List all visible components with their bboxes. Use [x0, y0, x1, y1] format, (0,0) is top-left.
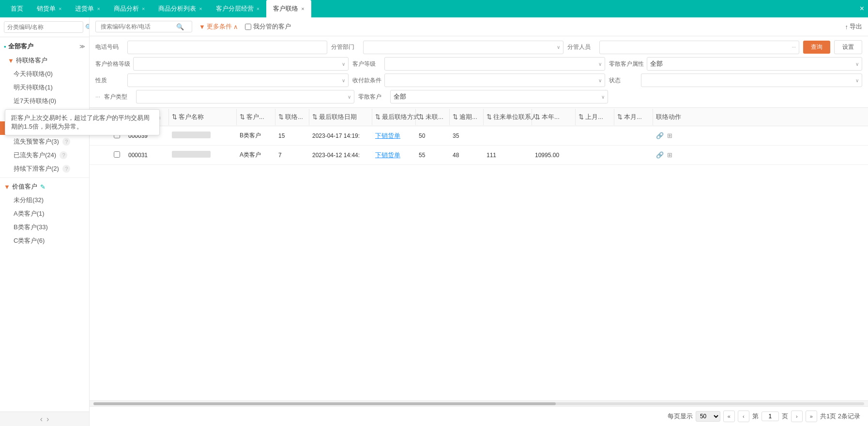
more-icon-button[interactable]: ··· — [95, 93, 100, 100]
td-row1-overdue: 35 — [450, 130, 484, 142]
filter-payment-select[interactable]: ∨ — [384, 73, 606, 87]
prev-page-button[interactable]: ‹ — [738, 411, 749, 422]
close-purchase-tab-icon[interactable]: × — [97, 6, 100, 12]
td-row2-thisyear: 10995.00 — [532, 149, 576, 162]
filter-retail-attr-select[interactable]: 全部 ∨ — [647, 57, 862, 71]
sidebar-value-customers[interactable]: ▼ 价值客户 ✎ — [0, 180, 89, 193]
filter-customer-level-select[interactable]: ∨ — [384, 57, 606, 71]
filter-price-level-select[interactable]: ∨ — [133, 57, 349, 71]
window-close-button[interactable]: × — [860, 4, 864, 13]
sort-icon-unreached: ⇅ — [419, 113, 424, 120]
sidebar-item-ungrouped[interactable]: 未分组(32) — [0, 193, 89, 207]
filter-row-3: 性质 ∨ 收付款条件 ∨ 状态 — [95, 73, 862, 87]
sidebar-item-tomorrow[interactable]: 明天待联络(1) — [0, 81, 89, 94]
filter-section: 电话号码 分管部门 ∨ 分管人员 ··· 查 — [90, 36, 868, 108]
info-icon-2[interactable]: ? — [62, 138, 70, 146]
sidebar-item-already-lost[interactable]: 已流失客户(24) ? — [0, 148, 89, 162]
close-analysis-list-tab-icon[interactable]: × — [199, 6, 202, 12]
search-submit-icon[interactable]: 🔍 — [176, 23, 184, 30]
close-segmentation-tab-icon[interactable]: × — [257, 6, 259, 12]
filter-customer-type-select[interactable]: ∨ — [136, 90, 354, 103]
nav-analysis[interactable]: 商品分析 × — [107, 0, 152, 17]
th-contacts[interactable]: ⇅ 往来单位联系人 — [484, 109, 532, 125]
sidebar-item-continuous-down[interactable]: 持续下滑客户(2) ? — [0, 162, 89, 176]
close-analysis-tab-icon[interactable]: × — [142, 6, 145, 12]
filter-gender-select[interactable]: ∨ — [127, 73, 349, 87]
settings-button[interactable]: 设置 — [834, 40, 862, 54]
sidebar-item-b-class[interactable]: B类客户(33) — [0, 220, 89, 234]
th-level[interactable]: ⇅ 客户... — [237, 109, 275, 125]
row2-grid-icon[interactable]: ⊞ — [667, 151, 672, 159]
row2-name-blur — [172, 151, 211, 158]
export-button[interactable]: ↑ 导出 — [845, 22, 863, 31]
nav-analysis-list[interactable]: 商品分析列表 × — [152, 0, 209, 17]
nav-home[interactable]: 首页 — [4, 0, 30, 17]
td-row1-lastway[interactable]: 下销货单 — [372, 129, 416, 143]
nav-customer-segmentation[interactable]: 客户分层经营 × — [209, 0, 266, 17]
td-row1-name — [169, 129, 237, 143]
person-more-icon: ··· — [792, 44, 796, 50]
th-lastway[interactable]: ⇅ 最后联络方式 — [372, 109, 416, 125]
nav-purchase[interactable]: 进货单 × — [68, 0, 107, 17]
th-thismonth[interactable]: ⇅ 本月... — [614, 109, 653, 125]
row1-grid-icon[interactable]: ⊞ — [667, 132, 672, 139]
filter-row-2: 客户价格等级 ∨ 客户等级 ∨ 零散客户属性 全部 — [95, 57, 862, 71]
sort-icon-overdue: ⇅ — [453, 113, 458, 120]
sort-icon-thismonth: ⇅ — [617, 113, 623, 120]
sidebar-item-today[interactable]: 今天待联络(0) — [0, 67, 89, 81]
filter-person-select[interactable]: ··· — [599, 41, 799, 54]
row1-name-blur — [172, 132, 211, 138]
sidebar-pending-contact[interactable]: ▼ 待联络客户 — [0, 54, 89, 67]
sidebar-item-c-class[interactable]: C类客户(6) — [0, 234, 89, 248]
th-lastmonth[interactable]: ⇅ 上月... — [576, 109, 614, 125]
sidebar-scroll-right-icon[interactable]: › — [46, 415, 49, 424]
close-contact-tab-icon[interactable]: × — [301, 6, 304, 12]
td-row2-check[interactable] — [111, 148, 125, 162]
filter-dept-select[interactable]: ∨ — [363, 41, 563, 54]
next-page-button[interactable]: › — [791, 411, 803, 422]
my-customers-checkbox[interactable] — [245, 24, 251, 30]
th-lastdate[interactable]: ⇅ 最后联络日期 — [309, 109, 372, 125]
first-page-button[interactable]: « — [723, 411, 735, 422]
th-unreached[interactable]: ⇅ 未联... — [416, 109, 450, 125]
last-page-button[interactable]: » — [806, 411, 817, 422]
value-customers-edit-icon[interactable]: ✎ — [40, 183, 46, 191]
sidebar-item-lost-warning[interactable]: 流失预警客户(3) ? — [0, 135, 89, 148]
row1-link-icon[interactable]: 🔗 — [656, 132, 664, 139]
filter-customer-type-field: 客户类型 ∨ — [104, 90, 354, 103]
close-sales-tab-icon[interactable]: × — [59, 6, 61, 12]
th-contact[interactable]: ⇅ 联络... — [275, 109, 309, 125]
hscroll-thumb[interactable] — [93, 402, 556, 405]
nav-customer-contact[interactable]: 客户联络 × — [266, 0, 311, 17]
filter-status-select[interactable]: ∨ — [641, 73, 862, 87]
row2-checkbox[interactable] — [114, 151, 120, 158]
filter-phone-input[interactable] — [127, 41, 327, 54]
filter-retail-customer-select[interactable]: 全部 ∨ — [390, 90, 609, 103]
search-input[interactable] — [99, 21, 176, 32]
td-row2-lastway[interactable]: 下销货单 — [372, 148, 416, 162]
sidebar-scroll-left-icon[interactable]: ‹ — [40, 415, 43, 424]
per-page-select[interactable]: 50 100 — [696, 411, 720, 422]
th-name[interactable]: ⇅ 客户名称 — [169, 109, 237, 125]
th-overdue[interactable]: ⇅ 逾期... — [450, 109, 484, 125]
more-conditions-button[interactable]: ▼ 更多条件 ∧ — [196, 20, 241, 33]
sidebar-search-input[interactable] — [4, 21, 83, 33]
page-input[interactable] — [761, 411, 779, 421]
query-button[interactable]: 查询 — [803, 41, 830, 54]
sidebar-all-customers[interactable]: ▪ 全部客户 ≫ — [0, 39, 89, 54]
hscroll-track[interactable] — [93, 402, 864, 405]
gender-chevron-icon: ∨ — [342, 78, 345, 83]
info-icon-4[interactable]: ? — [62, 165, 70, 173]
nav-sales[interactable]: 销货单 × — [30, 0, 68, 17]
td-row2-contacts: 111 — [484, 149, 532, 162]
retail-customer-chevron-icon: ∨ — [601, 94, 605, 100]
sidebar-search-icon[interactable]: 🔍 — [85, 24, 90, 31]
row2-link-icon[interactable]: 🔗 — [656, 151, 664, 159]
th-thisyear[interactable]: ⇅ 本年... — [532, 109, 576, 125]
filter-retail-customer-field: 零散客户 全部 ∨ — [358, 90, 609, 103]
sidebar-item-a-class[interactable]: A类客户(1) — [0, 207, 89, 220]
pending-contact-arrow-icon: ▼ — [8, 57, 14, 64]
info-icon-3[interactable]: ? — [60, 151, 67, 159]
td-row2-settings — [93, 152, 111, 158]
sidebar-item-7days[interactable]: 近7天待联络(0) — [0, 94, 89, 108]
